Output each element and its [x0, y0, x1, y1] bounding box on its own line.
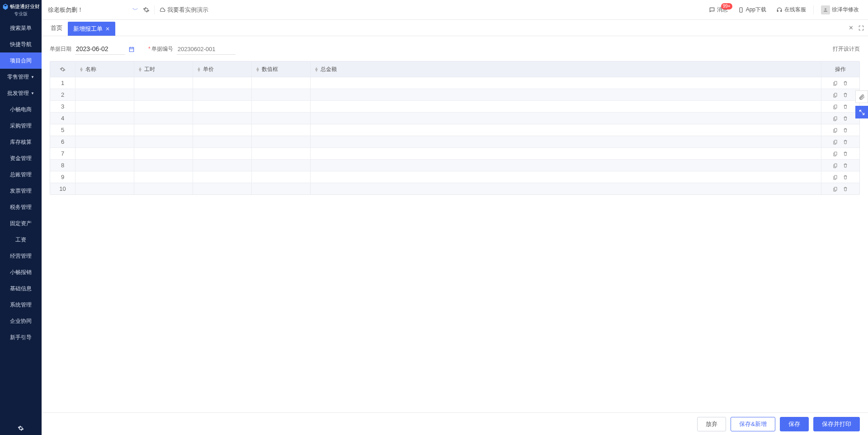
copy-row-icon[interactable]	[833, 139, 838, 145]
footer-bar: 放弃 保存&新增 保存 保存并打印	[42, 412, 868, 435]
sidebar-item-4[interactable]: 批发管理▼	[0, 85, 42, 101]
sidebar-item-10[interactable]: 发票管理	[0, 183, 42, 199]
delete-row-icon[interactable]	[843, 92, 848, 98]
table-row[interactable]: 4	[50, 112, 859, 124]
copy-row-icon[interactable]	[833, 80, 838, 86]
logo-subtitle: 专业版	[14, 11, 28, 17]
close-icon[interactable]: ✕	[105, 26, 110, 32]
sidebar-item-16[interactable]: 基础信息	[0, 280, 42, 297]
date-input[interactable]	[75, 43, 125, 55]
table-row[interactable]: 7	[50, 147, 859, 159]
sidebar: 畅捷通好业财 专业版 搜索菜单快捷导航项目合同零售管理▼批发管理▼小畅电商采购管…	[0, 0, 42, 435]
copy-row-icon[interactable]	[833, 186, 838, 192]
sidebar-settings[interactable]	[0, 421, 42, 435]
col-ops: 操作	[821, 61, 859, 77]
tab-active[interactable]: 新增报工单 ✕	[68, 22, 115, 36]
delete-row-icon[interactable]	[843, 151, 848, 156]
app-download-button[interactable]: App下载	[735, 6, 769, 14]
sidebar-item-18[interactable]: 企业协同	[0, 313, 42, 329]
sidebar-item-2[interactable]: 项目合同	[0, 52, 42, 69]
sidebar-item-14[interactable]: 经营管理	[0, 248, 42, 264]
sidebar-item-8[interactable]: 资金管理	[0, 150, 42, 166]
sidebar-item-11[interactable]: 税务管理	[0, 199, 42, 215]
fullscreen-icon[interactable]	[858, 25, 864, 31]
tab-home[interactable]: 首页	[45, 20, 68, 36]
sidebar-item-0[interactable]: 搜索菜单	[0, 20, 42, 36]
save-print-button[interactable]: 保存并打印	[813, 417, 860, 431]
tabs-bar: 首页 新增报工单 ✕ ✕	[42, 20, 868, 36]
sidebar-item-3[interactable]: 零售管理▼	[0, 69, 42, 85]
col-price[interactable]: ▲▼单价	[193, 61, 252, 77]
copy-row-icon[interactable]	[833, 163, 838, 168]
sidebar-item-7[interactable]: 库存核算	[0, 134, 42, 150]
close-all-icon[interactable]: ✕	[849, 24, 854, 31]
code-input[interactable]	[177, 44, 236, 55]
save-button[interactable]: 保存	[780, 417, 809, 431]
sidebar-item-12[interactable]: 固定资产	[0, 215, 42, 232]
copy-row-icon[interactable]	[833, 104, 838, 109]
logo: 畅捷通好业财 专业版	[0, 0, 42, 20]
table-row[interactable]: 1	[50, 77, 859, 89]
col-hours[interactable]: ▲▼工时	[134, 61, 193, 77]
company-selector[interactable]: 徐老板勿删！ ﹀	[48, 6, 138, 14]
delete-row-icon[interactable]	[843, 128, 848, 133]
delete-row-icon[interactable]	[843, 104, 848, 109]
table-row[interactable]: 2	[50, 89, 859, 100]
data-grid: ▲▼名称 ▲▼工时 ▲▼单价 ▲▼数值框 ▲▼总金额 操作 1234567891…	[50, 61, 860, 195]
chevron-down-icon: ﹀	[132, 6, 138, 14]
sidebar-item-9[interactable]: 总账管理	[0, 166, 42, 183]
sidebar-item-19[interactable]: 新手引导	[0, 329, 42, 345]
copy-row-icon[interactable]	[833, 151, 838, 156]
table-row[interactable]: 5	[50, 124, 859, 136]
delete-row-icon[interactable]	[843, 116, 848, 121]
grid-header: ▲▼名称 ▲▼工时 ▲▼单价 ▲▼数值框 ▲▼总金额 操作	[50, 61, 859, 77]
user-menu[interactable]: 徐泽华修改	[818, 5, 862, 14]
copy-row-icon[interactable]	[833, 128, 838, 133]
delete-row-icon[interactable]	[843, 139, 848, 145]
calendar-icon[interactable]	[128, 46, 135, 52]
discard-button[interactable]: 放弃	[697, 417, 726, 431]
company-name: 徐老板勿删！	[48, 6, 83, 14]
right-rail	[855, 90, 868, 118]
sidebar-item-15[interactable]: 小畅报销	[0, 264, 42, 280]
table-row[interactable]: 8	[50, 159, 859, 171]
copy-row-icon[interactable]	[833, 175, 838, 180]
design-link[interactable]: 打开设计页	[833, 45, 860, 53]
messages-button[interactable]: 消息 99+	[706, 6, 731, 14]
date-field: 单据日期	[50, 43, 135, 55]
sidebar-item-5[interactable]: 小畅电商	[0, 101, 42, 118]
col-num[interactable]: ▲▼数值框	[252, 61, 311, 77]
settings-icon[interactable]	[143, 6, 150, 13]
save-new-button[interactable]: 保存&新增	[731, 417, 775, 431]
delete-row-icon[interactable]	[843, 163, 848, 168]
headset-icon	[776, 7, 783, 13]
sidebar-item-1[interactable]: 快捷导航	[0, 36, 42, 52]
expand-button[interactable]	[855, 106, 868, 118]
table-row[interactable]: 10	[50, 183, 859, 194]
gear-icon	[18, 425, 24, 431]
logo-icon	[2, 3, 9, 10]
customer-service-button[interactable]: 在线客服	[774, 6, 809, 14]
sidebar-item-13[interactable]: 工资	[0, 232, 42, 248]
delete-row-icon[interactable]	[843, 80, 848, 86]
messages-badge: 99+	[721, 3, 732, 9]
attachment-button[interactable]	[855, 90, 868, 103]
table-row[interactable]: 3	[50, 100, 859, 112]
demo-link[interactable]: 我要看实例演示	[159, 6, 208, 14]
delete-row-icon[interactable]	[843, 175, 848, 180]
sidebar-item-17[interactable]: 系统管理	[0, 297, 42, 313]
sidebar-item-6[interactable]: 采购管理	[0, 118, 42, 134]
table-row[interactable]: 6	[50, 136, 859, 147]
header: 徐老板勿删！ ﹀ 我要看实例演示 消息 99+ App下载	[42, 0, 868, 20]
col-name[interactable]: ▲▼名称	[75, 61, 134, 77]
copy-row-icon[interactable]	[833, 92, 838, 98]
code-field: *单据编号	[148, 44, 236, 55]
caret-down-icon: ▼	[31, 91, 34, 95]
caret-down-icon: ▼	[31, 75, 34, 79]
table-row[interactable]: 9	[50, 171, 859, 183]
col-total[interactable]: ▲▼总金额	[311, 61, 821, 77]
phone-icon	[738, 7, 744, 13]
delete-row-icon[interactable]	[843, 186, 848, 192]
grid-settings-icon[interactable]	[60, 66, 66, 72]
copy-row-icon[interactable]	[833, 116, 838, 121]
